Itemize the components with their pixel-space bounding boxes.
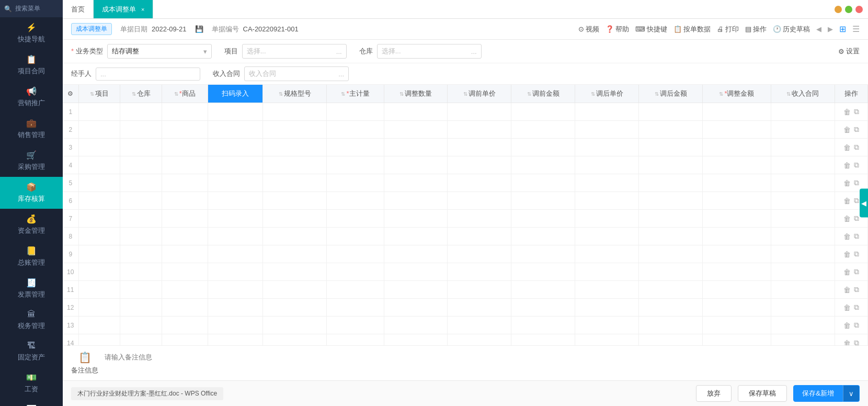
cell-before-price[interactable] — [448, 299, 511, 317]
cell-product[interactable] — [162, 334, 208, 346]
copy-row-icon[interactable]: ⧉ — [854, 196, 859, 205]
cell-before-price[interactable] — [448, 334, 511, 346]
cell-adj-qty[interactable] — [384, 263, 448, 281]
cell-income-contract[interactable] — [771, 245, 835, 263]
cell-warehouse[interactable] — [120, 334, 162, 346]
copy-row-icon[interactable]: ⧉ — [854, 303, 859, 312]
cell-warehouse[interactable] — [120, 299, 162, 317]
cell-unit[interactable] — [327, 174, 384, 192]
cell-project[interactable] — [78, 192, 120, 210]
col-after-price[interactable]: ⇅调后单价 — [575, 85, 639, 103]
col-before-price[interactable]: ⇅调前单价 — [448, 85, 511, 103]
cell-product[interactable] — [162, 139, 208, 156]
save-draft-button[interactable]: 保存草稿 — [738, 385, 787, 402]
cell-adj-qty[interactable] — [384, 334, 448, 346]
cell-adj-qty[interactable] — [384, 156, 448, 174]
delete-row-icon[interactable]: 🗑 — [843, 108, 851, 116]
col-product[interactable]: ⇅*商品 — [162, 85, 208, 103]
cell-product[interactable] — [162, 156, 208, 174]
cell-adj-amount[interactable] — [703, 103, 771, 121]
cell-adj-amount[interactable] — [703, 121, 771, 139]
col-warehouse[interactable]: ⇅仓库 — [120, 85, 162, 103]
sidebar-item-quick-nav[interactable]: ⚡ 快捷导航 — [0, 17, 63, 49]
menu-view-icon[interactable]: ☰ — [852, 24, 860, 34]
cell-spec[interactable] — [263, 299, 327, 317]
cell-scan[interactable] — [208, 228, 263, 245]
col-after-amount[interactable]: ⇅调后金额 — [639, 85, 703, 103]
col-income-contract[interactable]: ⇅收入合同 — [771, 85, 835, 103]
cell-before-amount[interactable] — [511, 174, 575, 192]
cell-adj-amount[interactable] — [703, 156, 771, 174]
col-unit[interactable]: ⇅*主计量 — [327, 85, 384, 103]
col-adj-qty[interactable]: ⇅调整数量 — [384, 85, 448, 103]
cell-adj-amount[interactable] — [703, 263, 771, 281]
cell-project[interactable] — [78, 245, 120, 263]
cell-after-amount[interactable] — [639, 121, 703, 139]
cell-adj-qty[interactable] — [384, 103, 448, 121]
delete-row-icon[interactable]: 🗑 — [843, 232, 851, 241]
delete-row-icon[interactable]: 🗑 — [843, 161, 851, 170]
cell-scan[interactable] — [208, 281, 263, 299]
cell-after-amount[interactable] — [639, 139, 703, 156]
cell-product[interactable] — [162, 103, 208, 121]
cell-spec[interactable] — [263, 245, 327, 263]
cell-after-price[interactable] — [575, 263, 639, 281]
sidebar-item-finance-mgmt[interactable]: 💰 资金管理 — [0, 209, 63, 241]
cell-scan[interactable] — [208, 156, 263, 174]
cell-before-price[interactable] — [448, 121, 511, 139]
expand-left-icon[interactable]: ◀ — [816, 25, 821, 33]
cell-product[interactable] — [162, 317, 208, 334]
delete-row-icon[interactable]: 🗑 — [843, 268, 851, 276]
cell-unit[interactable] — [327, 245, 384, 263]
toolbar-print-btn[interactable]: 🖨 打印 — [717, 25, 739, 34]
cell-project[interactable] — [78, 139, 120, 156]
cell-spec[interactable] — [263, 103, 327, 121]
cell-scan[interactable] — [208, 174, 263, 192]
cell-project[interactable] — [78, 103, 120, 121]
cell-unit[interactable] — [327, 334, 384, 346]
cell-spec[interactable] — [263, 156, 327, 174]
cell-after-amount[interactable] — [639, 334, 703, 346]
cell-scan[interactable] — [208, 121, 263, 139]
cell-after-amount[interactable] — [639, 103, 703, 121]
warehouse-input[interactable]: 选择... ... — [377, 44, 482, 59]
cell-income-contract[interactable] — [771, 334, 835, 346]
cell-spec[interactable] — [263, 121, 327, 139]
project-input[interactable]: 选择... ... — [242, 44, 347, 59]
cell-before-price[interactable] — [448, 174, 511, 192]
sidebar-item-inventory[interactable]: 📦 库存核算 — [0, 177, 63, 209]
cell-spec[interactable] — [263, 334, 327, 346]
copy-row-icon[interactable]: ⧉ — [854, 339, 859, 345]
biz-type-input[interactable]: 结存调整 ▾ — [107, 44, 212, 59]
cell-unit[interactable] — [327, 317, 384, 334]
cell-adj-qty[interactable] — [384, 299, 448, 317]
copy-row-icon[interactable]: ⧉ — [854, 321, 859, 330]
cell-adj-qty[interactable] — [384, 245, 448, 263]
cell-income-contract[interactable] — [771, 174, 835, 192]
save-icon[interactable]: 💾 — [195, 25, 203, 33]
cell-product[interactable] — [162, 228, 208, 245]
expand-right-icon[interactable]: ▶ — [828, 25, 833, 33]
cell-income-contract[interactable] — [771, 156, 835, 174]
cell-before-amount[interactable] — [511, 334, 575, 346]
cell-adj-qty[interactable] — [384, 121, 448, 139]
cell-unit[interactable] — [327, 156, 384, 174]
note-input[interactable] — [105, 351, 860, 363]
window-maximize-btn[interactable] — [845, 6, 852, 13]
cell-warehouse[interactable] — [120, 281, 162, 299]
cell-income-contract[interactable] — [771, 139, 835, 156]
cell-after-amount[interactable] — [639, 317, 703, 334]
cell-after-amount[interactable] — [639, 263, 703, 281]
cell-before-price[interactable] — [448, 210, 511, 228]
cell-before-price[interactable] — [448, 317, 511, 334]
cell-after-price[interactable] — [575, 228, 639, 245]
cell-warehouse[interactable] — [120, 121, 162, 139]
cell-income-contract[interactable] — [771, 299, 835, 317]
cell-after-price[interactable] — [575, 174, 639, 192]
tab-cost-adjust[interactable]: 成本调整单 × — [94, 0, 153, 18]
cell-scan[interactable] — [208, 210, 263, 228]
cell-income-contract[interactable] — [771, 228, 835, 245]
toolbar-view-btn[interactable]: ⊙ 视频 — [578, 25, 599, 34]
cell-unit[interactable] — [327, 139, 384, 156]
delete-row-icon[interactable]: 🗑 — [843, 286, 851, 294]
